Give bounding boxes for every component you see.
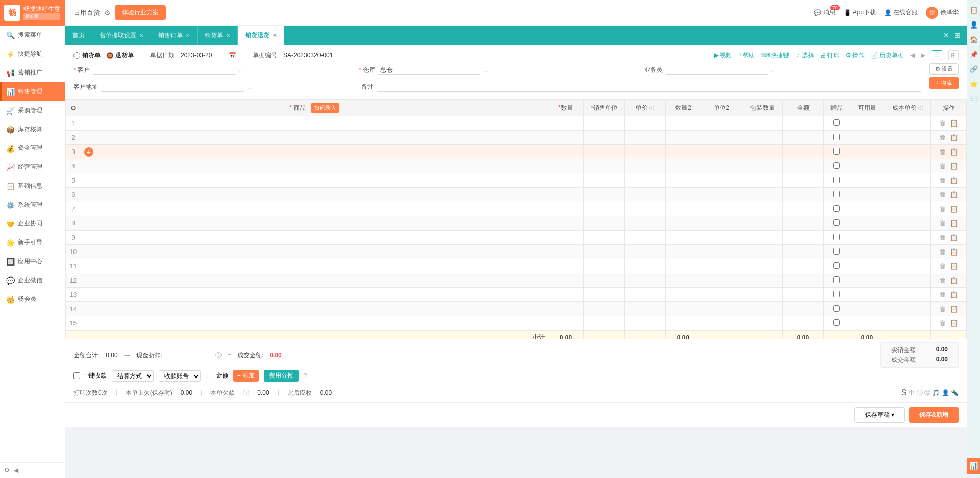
avail-cell-6[interactable] xyxy=(849,188,885,202)
calendar-icon[interactable]: 📅 xyxy=(229,52,236,59)
costprice-cell-8[interactable] xyxy=(885,216,931,231)
copy-row-btn-10[interactable]: 📋 xyxy=(949,247,959,257)
qty-cell-5[interactable] xyxy=(548,173,584,188)
product-cell-12[interactable] xyxy=(81,273,548,288)
scan-btn[interactable]: 扫码录入 xyxy=(311,103,339,113)
gift-cell-1[interactable] xyxy=(824,116,849,131)
pkgqty-cell-13[interactable] xyxy=(742,288,783,302)
unit2-cell-3[interactable] xyxy=(701,145,742,159)
sidebar-item-apps[interactable]: 🔲 应用中心 xyxy=(0,252,65,271)
unit-cell-4[interactable] xyxy=(584,159,625,173)
qty-cell-3[interactable] xyxy=(548,145,584,159)
gift-cell-12[interactable] xyxy=(824,273,849,288)
unit-cell-2[interactable] xyxy=(584,131,625,145)
unit2-cell-2[interactable] xyxy=(701,131,742,145)
pkgqty-cell-15[interactable] xyxy=(742,316,783,331)
costprice-cell-3[interactable] xyxy=(885,145,931,159)
costprice-cell-5[interactable] xyxy=(885,173,931,188)
pkgqty-cell-9[interactable] xyxy=(742,231,783,245)
account-select[interactable]: 收款账号 xyxy=(159,370,201,382)
copy-row-btn-4[interactable]: 📋 xyxy=(949,161,959,171)
qty-cell-4[interactable] xyxy=(548,159,584,173)
amount-cell-5[interactable] xyxy=(783,173,824,188)
gift-checkbox-4[interactable] xyxy=(833,162,840,169)
copy-row-btn-15[interactable]: 📋 xyxy=(949,318,959,328)
pkgqty-cell-3[interactable] xyxy=(742,145,783,159)
unit-cell-1[interactable] xyxy=(584,116,625,131)
amount-cell-9[interactable] xyxy=(783,231,824,245)
qty-cell-15[interactable] xyxy=(548,316,584,331)
add-row-btn[interactable]: + xyxy=(84,147,93,157)
gift-cell-11[interactable] xyxy=(824,259,849,273)
qty2-cell-11[interactable] xyxy=(666,259,701,273)
price-cell-13[interactable] xyxy=(625,288,666,302)
delete-row-btn-6[interactable]: 🗑 xyxy=(938,190,947,199)
qty2-cell-6[interactable] xyxy=(666,188,701,202)
unit-cell-14[interactable] xyxy=(584,302,625,316)
account-dots[interactable]: ... xyxy=(206,372,211,380)
amount-cell-13[interactable] xyxy=(783,288,824,302)
print-link[interactable]: 🖨 打印 xyxy=(820,51,840,60)
qty-cell-1[interactable] xyxy=(548,116,584,131)
amount-cell-7[interactable] xyxy=(783,202,824,216)
qty-cell-9[interactable] xyxy=(548,231,584,245)
price-info-icon[interactable]: ⓘ xyxy=(649,105,654,111)
sidebar-item-member[interactable]: 👑 畅会员 xyxy=(0,290,65,309)
copy-row-btn-11[interactable]: 📋 xyxy=(949,261,959,271)
logistics-button[interactable]: + 物流 xyxy=(929,77,959,89)
gift-checkbox-3[interactable] xyxy=(833,148,840,155)
unit-cell-15[interactable] xyxy=(584,316,625,331)
product-cell-14[interactable] xyxy=(81,302,548,316)
price-cell-5[interactable] xyxy=(625,173,666,188)
gift-cell-4[interactable] xyxy=(824,159,849,173)
copy-row-btn-14[interactable]: 📋 xyxy=(949,304,959,314)
unit-cell-12[interactable] xyxy=(584,273,625,288)
tab-close-sale-price[interactable]: ✕ xyxy=(139,33,143,38)
date-input[interactable] xyxy=(179,51,225,60)
tab-sale-price[interactable]: 售价提取设置 ✕ xyxy=(92,26,151,45)
pkgqty-cell-12[interactable] xyxy=(742,273,783,288)
product-cell-10[interactable] xyxy=(81,245,548,259)
gift-cell-8[interactable] xyxy=(824,216,849,231)
avail-cell-2[interactable] xyxy=(849,131,885,145)
amount-cell-2[interactable] xyxy=(783,131,824,145)
save-draft-button[interactable]: 保存草稿 ▾ xyxy=(854,407,905,423)
copy-row-btn-13[interactable]: 📋 xyxy=(949,290,959,299)
select-link[interactable]: ☑ 选择 xyxy=(795,51,814,60)
status-icon-2[interactable]: ⓘ xyxy=(243,389,249,397)
tab-sale-order[interactable]: 销售订单 ✕ xyxy=(151,26,198,45)
gift-cell-6[interactable] xyxy=(824,188,849,202)
amount-cell-14[interactable] xyxy=(783,302,824,316)
gift-cell-2[interactable] xyxy=(824,131,849,145)
avail-cell-1[interactable] xyxy=(849,116,885,131)
price-cell-2[interactable] xyxy=(625,131,666,145)
price-cell-9[interactable] xyxy=(625,231,666,245)
rpanel-orange-btn[interactable]: 📊 xyxy=(967,458,981,474)
col-header-gear[interactable]: ⚙ xyxy=(66,100,81,116)
number-input[interactable] xyxy=(281,51,358,60)
gift-checkbox-9[interactable] xyxy=(833,234,840,240)
copy-row-btn-2[interactable]: 📋 xyxy=(949,133,959,142)
avail-cell-8[interactable] xyxy=(849,216,885,231)
price-cell-11[interactable] xyxy=(625,259,666,273)
unit-cell-13[interactable] xyxy=(584,288,625,302)
unit2-cell-6[interactable] xyxy=(701,188,742,202)
amount-cell-10[interactable] xyxy=(783,245,824,259)
sidebar-item-sales[interactable]: 📊 销售管理 xyxy=(0,82,65,101)
price-cell-15[interactable] xyxy=(625,316,666,331)
sidebar-item-newbie[interactable]: 🌟 新手引导 xyxy=(0,233,65,252)
delete-row-btn-12[interactable]: 🗑 xyxy=(938,275,947,285)
qty-cell-2[interactable] xyxy=(548,131,584,145)
costprice-cell-7[interactable] xyxy=(885,202,931,216)
copy-row-btn-12[interactable]: 📋 xyxy=(949,275,959,285)
sidebar-item-system[interactable]: ⚙️ 系统管理 xyxy=(0,195,65,214)
price-cell-1[interactable] xyxy=(625,116,666,131)
gift-cell-5[interactable] xyxy=(824,173,849,188)
unit-cell-10[interactable] xyxy=(584,245,625,259)
tab-close-sale-order[interactable]: ✕ xyxy=(186,33,190,38)
rpanel-icon-4[interactable]: 📌 xyxy=(968,48,980,60)
delete-row-btn-1[interactable]: 🗑 xyxy=(938,118,947,128)
qty2-cell-4[interactable] xyxy=(666,159,701,173)
costprice-cell-9[interactable] xyxy=(885,231,931,245)
price-cell-3[interactable] xyxy=(625,145,666,159)
